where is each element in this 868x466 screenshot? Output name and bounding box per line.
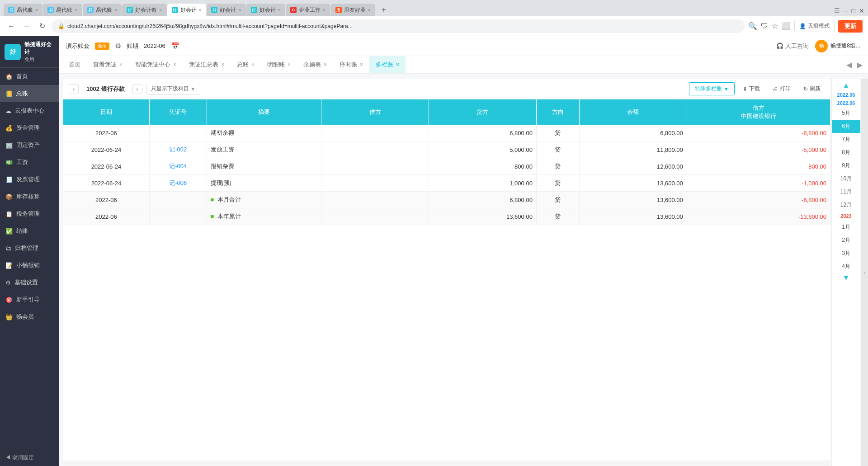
tab-list-btn[interactable]: ☰ [834,7,840,14]
calendar-icon[interactable]: 📅 [171,42,179,50]
tab-haohuiji-1[interactable]: 好 好会计数 × [122,4,166,16]
sidebar-item-tax[interactable]: 📋 税务管理 [0,205,59,222]
month-nav-scroll-down[interactable]: ▼ [842,273,851,283]
minimize-btn[interactable]: ─ [844,7,848,14]
close-window-btn[interactable]: ✕ [859,7,864,14]
sidebar-item-funds[interactable]: 💰 资金管理 [0,119,59,137]
month-nav-9[interactable]: 9月 [832,159,860,172]
tab-close[interactable]: × [114,7,117,13]
tab-detail-ledger[interactable]: 明细账 × [261,56,297,74]
month-nav-10[interactable]: 10月 [832,172,860,185]
month-nav-11[interactable]: 11月 [832,185,860,198]
tab-close[interactable]: × [323,7,326,13]
collapse-left-btn[interactable]: ◀ [844,59,854,71]
month-nav-7[interactable]: 7月 [832,133,860,146]
tab-yidaizhang-3[interactable]: 易 易代账 × [83,4,122,16]
month-nav-12[interactable]: 12月 [832,198,860,212]
sidebar-item-member[interactable]: 👑 畅会员 [0,308,59,325]
user-info[interactable]: 畅 畅捷通8组… [815,40,861,52]
expand-right-btn[interactable]: ▶ [855,59,864,71]
voucher-link[interactable]: 记-002 [169,146,187,153]
sidebar-item-reports[interactable]: ☁ 云报表中心 [0,102,59,119]
update-btn[interactable]: 更新 [838,20,863,33]
sidebar-item-close[interactable]: ✅ 结账 [0,222,59,240]
tab-haohuiji-2[interactable]: 好 好会计 × [207,4,245,16]
sidebar-item-guide[interactable]: 🎯 新手引导 [0,291,59,308]
search-btn[interactable]: 🔍 [748,22,757,30]
tab-close[interactable]: × [199,7,202,13]
sidebar-item-salary[interactable]: 💵 工资 [0,154,59,171]
tab-haohuiji-3[interactable]: 好 好会计 × [246,4,285,16]
sidebar-item-inventory[interactable]: 📦 库存核算 [0,188,59,205]
tab-close[interactable]: × [278,7,281,13]
tab-close[interactable]: × [238,7,241,13]
tab-detail-close[interactable]: × [288,61,291,68]
tab-close[interactable]: × [159,7,162,13]
help-btn[interactable]: 🎧 人工咨询 [776,42,809,50]
next-account-btn[interactable]: › [132,84,142,94]
tab-general-ledger[interactable]: 总账 × [231,56,261,74]
tab-summary-close[interactable]: × [221,61,224,68]
forward-btn[interactable]: → [21,20,33,32]
tab-smart-voucher[interactable]: 智能凭证中心 × [129,56,183,74]
sidebar-item-invoice[interactable]: 🧾 发票管理 [0,171,59,188]
tab-yidaizhang-1[interactable]: 易 易代账 × [4,4,42,16]
tab-gl-close[interactable]: × [251,61,255,68]
reload-btn[interactable]: ↻ [36,20,48,32]
prev-account-btn[interactable]: ‹ [69,84,79,94]
tab-balance-close[interactable]: × [324,61,327,68]
month-nav-5[interactable]: 5月 [832,107,860,120]
tab-voucher-summary[interactable]: 凭证汇总表 × [183,56,231,74]
new-tab-btn[interactable]: + [377,4,390,16]
sidebar-toggle-btn[interactable]: ⬜ [782,22,791,30]
invoice-icon: 🧾 [5,176,13,183]
month-nav-2023-4[interactable]: 4月 [832,260,860,273]
tab-voucher[interactable]: 查看凭证 × [87,56,129,74]
tab-close[interactable]: × [35,7,38,13]
sidebar-item-home[interactable]: 🏠 首页 [0,68,59,85]
tab-haohuiji-active[interactable]: 好 好会计 × [167,4,206,16]
sidebar-item-expense[interactable]: 📝 小畅报销 [0,257,59,274]
download-btn[interactable]: ⬇ 下载 [738,83,764,95]
tab-close[interactable]: × [368,7,371,13]
feature-btn[interactable]: 特殊多栏账 ▼ [689,82,735,95]
voucher-link[interactable]: 记-004 [169,163,187,169]
print-btn[interactable]: 🖨 打印 [768,83,795,95]
period-value[interactable]: 2022-06 [144,42,165,49]
refresh-btn[interactable]: ↻ 刷新 [799,83,825,95]
tab-multi-column[interactable]: 多栏账 × [369,56,406,74]
tab-multi-close[interactable]: × [396,61,399,68]
month-nav-2023-3[interactable]: 3月 [832,247,860,260]
url-input[interactable]: 🔒 cloud2.chanjet.com/accounting/uh26t264… [52,19,745,33]
tab-voucher-close[interactable]: × [119,61,123,68]
tab-journal-close[interactable]: × [360,61,363,68]
sidebar-item-settings[interactable]: ⚙ 基础设置 [0,274,59,291]
sub-account-filter[interactable]: 只显示下级科目 ▼ [146,83,201,95]
sidebar-item-ledger[interactable]: 📒 总账 [0,85,59,102]
month-nav-6[interactable]: 6月 [832,120,860,133]
star-btn[interactable]: ☆ [772,22,778,30]
tab-yidaizhang-2[interactable]: 易 易代账 × [43,4,82,16]
month-nav-8[interactable]: 8月 [832,146,860,159]
month-nav-2023-1[interactable]: 1月 [832,221,860,234]
tab-journal[interactable]: 序时账 × [333,56,369,74]
tab-home[interactable]: 首页 [62,56,87,74]
month-nav-2023-2[interactable]: 2月 [832,234,860,247]
tab-balance[interactable]: 余额表 × [297,56,333,74]
maximize-btn[interactable]: □ [852,7,855,14]
month-nav-scroll-up[interactable]: ▲ [842,80,851,90]
voucher-link[interactable]: 记-006 [169,179,187,186]
tab-enterprise[interactable]: C 企业工作 × [286,4,330,16]
back-btn[interactable]: ← [5,20,17,32]
right-collapse-panel[interactable]: › [861,79,868,466]
sidebar-item-assets[interactable]: 🏢 固定资产 [0,137,59,154]
tab-smart-close[interactable]: × [173,61,176,68]
tab-close[interactable]: × [75,7,77,13]
account-code-name[interactable]: 1002 银行存款 [82,83,129,95]
unpin-btn[interactable]: ◀ 取消固定 [0,449,59,466]
sidebar-item-archive[interactable]: 🗂 归档管理 [0,240,59,257]
horizontal-scrollbar[interactable] [63,461,830,466]
settings-gear-icon[interactable]: ⚙ [115,42,121,50]
tab-yonyou[interactable]: 用 用友好业 × [331,4,375,16]
wuhen-mode-btn[interactable]: 👤 无痕模式 [794,20,835,32]
